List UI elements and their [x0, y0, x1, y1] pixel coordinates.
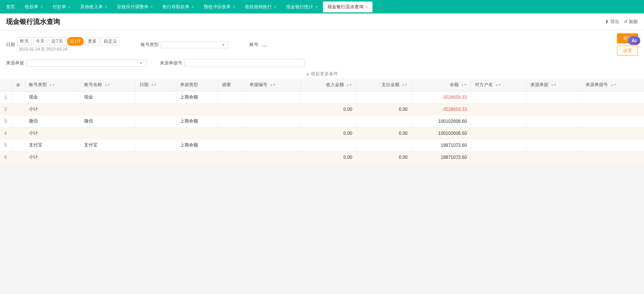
sort-account-name-icon: ▲▼ — [104, 83, 110, 87]
cell-doc-no-1 — [245, 103, 301, 115]
date-1month-btn[interactable]: 近1月 — [67, 37, 84, 46]
cell-doc-type-3 — [176, 127, 218, 139]
row-num-2: 3 — [0, 115, 11, 127]
close-bank-withdraw-icon[interactable]: × — [192, 5, 194, 9]
col-summary: 摘要 — [218, 79, 246, 91]
ai-badge[interactable]: Ai — [628, 36, 640, 45]
account-dots-btn[interactable]: ... — [261, 41, 269, 48]
date-buttons: 昨天 今天 近7天 近1月 更多 自定义 — [17, 37, 120, 46]
page-header: 现金银行流水查询 ⬆ 导出 ↺ 刷新 — [0, 13, 644, 30]
close-payment-icon[interactable]: × — [68, 5, 71, 9]
nav-cash-bank-flow[interactable]: 现金银行流水查询 × — [323, 1, 372, 12]
source-doc-select[interactable]: ▼ — [26, 60, 146, 67]
close-flow-icon[interactable]: × — [366, 5, 368, 9]
export-button[interactable]: ⬆ 导出 — [605, 19, 619, 25]
collapse-button[interactable]: ∧ 收起更多条件 — [303, 70, 341, 78]
sort-balance-icon: ▲▼ — [461, 83, 467, 87]
sort-date-icon: ▲▼ — [151, 83, 157, 87]
table-row[interactable]: 5 支付宝 支付宝 上期余额 19871073.60 — [0, 139, 644, 151]
close-prepay-icon[interactable]: × — [233, 5, 235, 9]
date-more-btn[interactable]: 更多 — [85, 37, 99, 46]
nav-home[interactable]: 首页 — [2, 1, 20, 12]
date-today-btn[interactable]: 今天 — [33, 37, 47, 46]
table-row[interactable]: 4 小计 0.00 0.00 100102606.60 — [0, 127, 644, 139]
date-custom-btn[interactable]: 自定义 — [101, 37, 120, 46]
cell-date-5 — [135, 151, 176, 163]
col-expense[interactable]: 支出金额 ▲▼ — [356, 79, 412, 91]
table-row[interactable]: 3 微信 微信 上期余额 100102606.60 — [0, 115, 644, 127]
nav-cash-bank-stat[interactable]: 现金银行统计 × — [282, 1, 322, 12]
close-ar-ap-icon[interactable]: × — [151, 5, 153, 9]
col-doc-no[interactable]: 单据编号 ▲▼ — [245, 79, 301, 91]
cell-doc-type-5 — [176, 151, 218, 163]
filter-section: 日期 昨天 今天 近7天 近1月 更多 自定义 2023-02-24 至 202… — [0, 30, 644, 79]
col-balance[interactable]: 余额 ▲▼ — [411, 79, 471, 91]
cell-summary-5 — [218, 151, 246, 163]
account-type-label: 账号类型 — [141, 42, 159, 48]
col-account-type[interactable]: 账号类型 ▲▼ — [25, 79, 80, 91]
cell-counterpart-0 — [471, 91, 526, 103]
cell-source-doc-no-3 — [582, 127, 644, 139]
col-counterpart[interactable]: 对方户名 ▲▼ — [471, 79, 526, 91]
cell-counterpart-3 — [471, 127, 526, 139]
row-gear-2 — [11, 115, 25, 127]
close-other-income-icon[interactable]: × — [105, 5, 107, 9]
source-doc-num-input[interactable] — [185, 59, 305, 67]
nav-bank-withdraw[interactable]: 银行存取款单 × — [158, 1, 198, 12]
cell-doc-no-2 — [245, 115, 301, 127]
nav-prepay-offset[interactable]: 预收冲应收单 × — [199, 1, 240, 12]
date-filter-group: 日期 昨天 今天 近7天 近1月 更多 自定义 2023-02-24 至 202… — [6, 37, 120, 52]
cell-source-doc-0 — [526, 91, 582, 103]
source-doc-num-group: 来源单据号 — [160, 59, 305, 67]
source-doc-chevron-icon: ▼ — [139, 61, 143, 65]
settings-button[interactable]: 设置 — [617, 46, 638, 56]
cell-income-1: 0.00 — [301, 103, 356, 115]
account-type-select[interactable]: ▼ — [161, 41, 228, 48]
cell-source-doc-2 — [526, 115, 582, 127]
cell-summary-3 — [218, 127, 246, 139]
refresh-button[interactable]: ↺ 刷新 — [624, 19, 638, 25]
source-doc-num-label: 来源单据号 — [160, 60, 182, 66]
cell-source-doc-no-2 — [582, 115, 644, 127]
close-stat-icon[interactable]: × — [315, 5, 318, 9]
table-header-row: ⚙ 账号类型 ▲▼ 账号名称 ▲▼ 日期 ▲▼ 单据类型 摘 — [0, 79, 644, 91]
col-date[interactable]: 日期 ▲▼ — [135, 79, 176, 91]
cell-doc-no-3 — [245, 127, 301, 139]
filter-inline-row-2: 来源单据 ▼ 来源单据号 — [6, 59, 638, 67]
col-income-label: 收入金额 — [326, 82, 344, 87]
source-doc-label: 来源单据 — [6, 60, 24, 66]
gear-icon: ⚙ — [16, 82, 20, 88]
close-receipt-icon[interactable]: × — [41, 5, 43, 9]
nav-collect-verify[interactable]: 收款核销执行 × — [240, 1, 281, 12]
col-gear[interactable]: ⚙ — [11, 79, 25, 91]
col-account-name[interactable]: 账号名称 ▲▼ — [80, 79, 136, 91]
cell-account-name-5 — [80, 151, 136, 163]
nav-other-income[interactable]: 其他收入单 × — [76, 1, 112, 12]
cell-account-type-4: 支付宝 — [25, 139, 80, 151]
col-income[interactable]: 收入金额 ▲▼ — [301, 79, 356, 91]
col-source-doc-no[interactable]: 来源单据号 ▲▼ — [582, 79, 644, 91]
col-account-type-label: 账号类型 — [29, 82, 47, 87]
nav-receipt[interactable]: 收款单 × — [20, 1, 47, 12]
nav-ar-ap-adjust[interactable]: 应收应付调整单 × — [113, 1, 158, 12]
cell-account-type-2: 微信 — [25, 115, 80, 127]
nav-payment[interactable]: 付款单 × — [48, 1, 75, 12]
table-row[interactable]: 2 小计 0.00 0.00 -3528659.33 — [0, 103, 644, 115]
filter-row-1: 日期 昨天 今天 近7天 近1月 更多 自定义 2023-02-24 至 202… — [0, 30, 644, 69]
cell-counterpart-2 — [471, 115, 526, 127]
table-row[interactable]: 6 小计 0.00 0.00 19871073.60 — [0, 151, 644, 163]
date-7days-btn[interactable]: 近7天 — [49, 37, 66, 46]
col-doc-type: 单据类型 — [176, 79, 218, 91]
col-doc-no-label: 单据编号 — [249, 82, 267, 87]
cell-balance-5: 19871073.60 — [411, 151, 471, 163]
close-collect-icon[interactable]: × — [274, 5, 276, 9]
cell-balance-3: 100102606.60 — [411, 127, 471, 139]
date-yesterday-btn[interactable]: 昨天 — [17, 37, 32, 46]
col-source-doc[interactable]: 来源单据 ▲▼ — [526, 79, 582, 91]
col-summary-label: 摘要 — [222, 82, 231, 87]
table-row[interactable]: 1 现金 现金 上期余额 -3528659.33 — [0, 91, 644, 103]
filter-inline-row-1: 日期 昨天 今天 近7天 近1月 更多 自定义 2023-02-24 至 202… — [6, 33, 638, 56]
cell-doc-type-1 — [176, 103, 218, 115]
sort-account-type-icon: ▲▼ — [49, 83, 55, 87]
row-num-4: 5 — [0, 139, 11, 151]
